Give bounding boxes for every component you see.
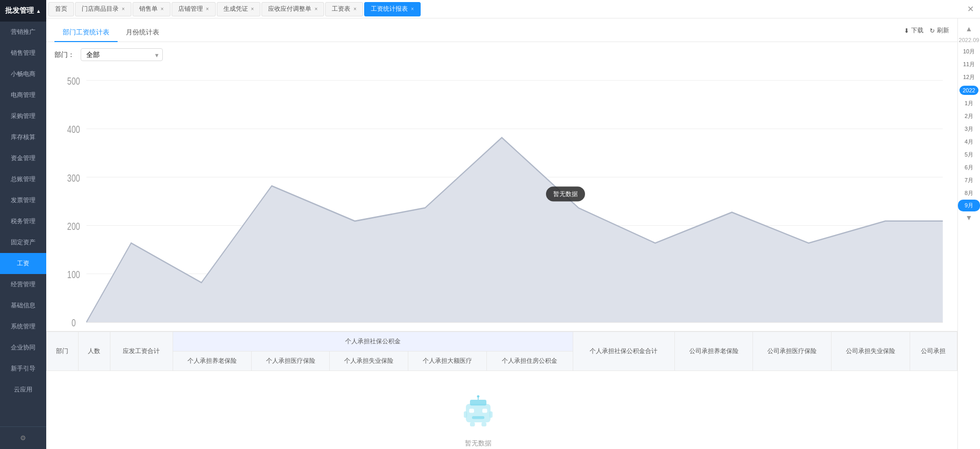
tab-首页[interactable]: 首页: [48, 2, 74, 16]
sidebar-item-库存核算[interactable]: 库存核算: [0, 127, 46, 148]
main-area: 首页门店商品目录×销售单×店铺管理×生成凭证×应收应付调整单×工资表×工资统计报…: [46, 0, 980, 449]
timeline-month-8月[interactable]: 8月: [965, 187, 973, 200]
timeline-month-active[interactable]: 9月: [958, 200, 980, 211]
empty-icon: [458, 392, 499, 433]
svg-rect-21: [489, 411, 493, 418]
timeline-panel: ▲ 2022.09 10月11月12月 2022 1月2月3月4月5月6月7月8…: [957, 18, 980, 449]
col-group-personal: 个人承担社保公积金: [173, 332, 573, 352]
content-area: 部门工资统计表月份统计表 ⬇ 下载 ↻ 刷新 部门： 全: [46, 18, 980, 449]
sidebar-toggle-icon: ▲: [36, 8, 41, 14]
sidebar-item-资金管理[interactable]: 资金管理: [0, 148, 46, 169]
sidebar-item-系统管理[interactable]: 系统管理: [0, 316, 46, 337]
tab-close-icon[interactable]: ×: [353, 6, 356, 12]
col-c3: 个人承担失业保险: [330, 352, 408, 371]
svg-text:100: 100: [67, 269, 80, 281]
timeline-month-10月[interactable]: 10月: [963, 45, 975, 58]
download-label: 下载: [911, 26, 924, 35]
tab-label: 首页: [55, 5, 67, 13]
tab-close-icon[interactable]: ×: [161, 6, 164, 12]
sidebar-item-税务管理[interactable]: 税务管理: [0, 211, 46, 232]
sidebar-item-工资[interactable]: 工资: [0, 253, 46, 274]
tab-close-icon[interactable]: ×: [314, 6, 317, 12]
timeline-month-12月[interactable]: 12月: [963, 71, 975, 84]
timeline-nav-up[interactable]: ▲: [964, 23, 975, 35]
settings-icon: ⚙: [20, 434, 26, 442]
svg-text:200: 200: [67, 221, 80, 232]
svg-marker-12: [86, 138, 943, 322]
timeline-month-1月[interactable]: 1月: [965, 97, 973, 110]
timeline-month-3月[interactable]: 3月: [965, 123, 973, 135]
table-section: 部门 人数 应发工资合计 个人承担社保公积金 个人承担社保公积金合计 公司承担养…: [46, 331, 957, 449]
sidebar-item-小畅电商[interactable]: 小畅电商: [0, 64, 46, 85]
tab-label: 工资表: [332, 5, 350, 13]
tab-销售单[interactable]: 销售单×: [133, 2, 171, 16]
timeline-month-7月[interactable]: 7月: [965, 174, 973, 187]
sidebar-item-固定资产[interactable]: 固定资产: [0, 232, 46, 253]
svg-rect-17: [469, 409, 474, 413]
sidebar-item-发票管理[interactable]: 发票管理: [0, 190, 46, 211]
empty-state: 暂无数据: [47, 371, 910, 449]
tab-close-icon[interactable]: ×: [122, 6, 125, 12]
sidebar-item-基础信息[interactable]: 基础信息: [0, 295, 46, 316]
dept-filter[interactable]: 全部: [81, 48, 163, 61]
svg-rect-14: [470, 400, 486, 405]
col-c2: 个人承担医疗保险: [251, 352, 330, 371]
sidebar-header[interactable]: 批发管理 ▲: [0, 0, 46, 22]
tab-bar: 首页门店商品目录×销售单×店铺管理×生成凭证×应收应付调整单×工资表×工资统计报…: [46, 0, 980, 18]
col-count: 人数: [78, 332, 110, 371]
data-table: 部门 人数 应发工资合计 个人承担社保公积金 个人承担社保公积金合计 公司承担养…: [46, 331, 957, 449]
tab-应收应付调整单[interactable]: 应收应付调整单×: [261, 2, 324, 16]
tab-生成凭证[interactable]: 生成凭证×: [217, 2, 261, 16]
tab-店铺管理[interactable]: 店铺管理×: [172, 2, 216, 16]
chart-no-data-tooltip: 暂无数据: [546, 186, 585, 201]
svg-text:0: 0: [71, 317, 76, 329]
page-content: 部门工资统计表月份统计表 ⬇ 下载 ↻ 刷新 部门： 全: [46, 18, 957, 449]
refresh-label: 刷新: [937, 26, 949, 35]
timeline-year-badge[interactable]: 2022: [959, 86, 978, 95]
sidebar-item-销售管理[interactable]: 销售管理: [0, 43, 46, 64]
tab-label: 门店商品目录: [82, 5, 119, 13]
sub-tab-月份统计表[interactable]: 月份统计表: [118, 24, 167, 42]
timeline-month-2月[interactable]: 2月: [965, 110, 973, 123]
svg-rect-20: [464, 411, 467, 418]
timeline-month-11月[interactable]: 11月: [963, 58, 975, 71]
sidebar-footer[interactable]: ⚙: [0, 426, 46, 449]
dept-filter-wrap: 全部: [81, 48, 163, 61]
tab-bar-close[interactable]: ✕: [963, 4, 978, 14]
timeline-nav-down[interactable]: ▼: [964, 211, 975, 224]
svg-text:500: 500: [67, 75, 80, 87]
tab-close-icon[interactable]: ×: [251, 6, 254, 12]
tab-工资表[interactable]: 工资表×: [325, 2, 363, 16]
tab-label: 销售单: [139, 5, 158, 13]
timeline-month-6月[interactable]: 6月: [965, 161, 973, 174]
svg-rect-18: [482, 409, 487, 413]
sidebar: 批发管理 ▲ 营销推广销售管理小畅电商电商管理采购管理库存核算资金管理总账管理发…: [0, 0, 46, 449]
sidebar-item-经营管理[interactable]: 经营管理: [0, 274, 46, 295]
tab-门店商品目录[interactable]: 门店商品目录×: [75, 2, 131, 16]
tab-close-icon[interactable]: ×: [206, 6, 209, 12]
col-c5: 个人承担住房公积金: [486, 352, 573, 371]
sidebar-item-电商管理[interactable]: 电商管理: [0, 85, 46, 106]
sidebar-item-新手引导[interactable]: 新手引导: [0, 358, 46, 379]
filter-label: 部门：: [54, 50, 74, 60]
timeline-month-5月[interactable]: 5月: [965, 148, 973, 161]
sub-tabs-actions: ⬇ 下载 ↻ 刷新: [904, 26, 949, 39]
refresh-icon: ↻: [930, 27, 935, 34]
col-c7: 公司承担养老保险: [674, 332, 753, 371]
filter-bar: 部门： 全部: [46, 42, 957, 67]
svg-rect-23: [481, 422, 486, 426]
sub-tab-部门工资统计表[interactable]: 部门工资统计表: [54, 24, 118, 42]
sidebar-title: 批发管理: [5, 6, 34, 15]
tab-工资统计报表[interactable]: 工资统计报表×: [364, 2, 421, 16]
timeline-month-4月[interactable]: 4月: [965, 135, 973, 148]
chart-area: 0 100 200 300 400 500: [46, 67, 957, 331]
sidebar-item-总账管理[interactable]: 总账管理: [0, 169, 46, 190]
sidebar-item-采购管理[interactable]: 采购管理: [0, 106, 46, 127]
refresh-btn[interactable]: ↻ 刷新: [930, 26, 949, 35]
col-c4: 个人承担大额医疗: [408, 352, 487, 371]
sidebar-item-企业协同[interactable]: 企业协同: [0, 337, 46, 358]
sidebar-item-营销推广[interactable]: 营销推广: [0, 22, 46, 43]
sidebar-item-云应用[interactable]: 云应用: [0, 379, 46, 400]
download-btn[interactable]: ⬇ 下载: [904, 26, 924, 35]
tab-close-icon[interactable]: ×: [411, 6, 414, 12]
